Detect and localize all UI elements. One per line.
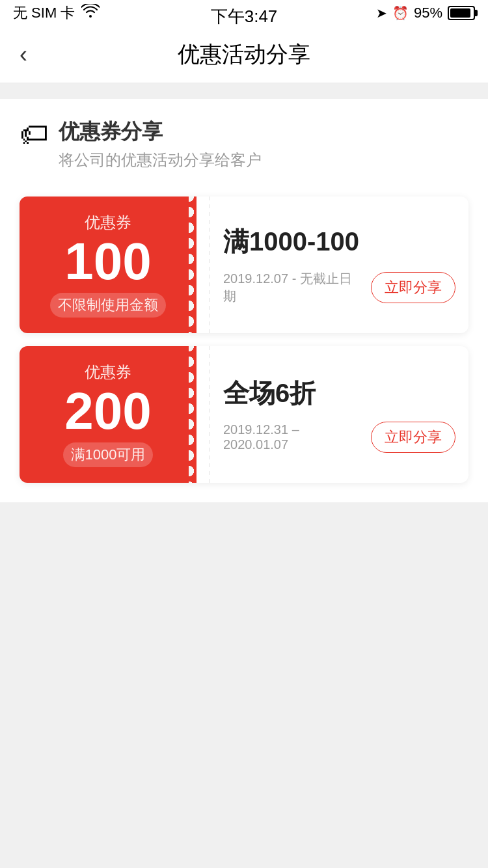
- bottom-fill: [0, 502, 488, 828]
- section-gap-top: [0, 83, 488, 99]
- battery-icon: [448, 6, 475, 20]
- wifi-icon: [81, 4, 100, 22]
- status-left: 无 SIM 卡: [13, 3, 100, 23]
- coupon-condition-2: 满1000可用: [63, 442, 154, 467]
- coupon-separator-2: [210, 346, 210, 483]
- page-title: 优惠活动分享: [178, 40, 310, 70]
- coupon-share-button-1[interactable]: 立即分享: [371, 272, 455, 303]
- coupon-date-2: 2019.12.31 – 2020.01.07: [223, 422, 364, 452]
- coupon-label-1: 优惠券: [85, 212, 131, 233]
- coupon-left-2: 优惠券 200 满1000可用: [20, 346, 197, 483]
- status-time: 下午3:47: [211, 5, 278, 28]
- alarm-icon: ⏰: [392, 5, 409, 21]
- section-subtitle: 将公司的优惠活动分享给客户: [59, 150, 262, 170]
- nav-bar: ‹ 优惠活动分享: [0, 26, 488, 83]
- section-header: 🏷 优惠券分享 将公司的优惠活动分享给客户: [0, 99, 488, 183]
- status-right: ➤ ⏰ 95%: [376, 5, 475, 21]
- coupon-card-2: 优惠券 200 满1000可用 全场6折 2019.12.31 – 2020.0…: [20, 346, 468, 483]
- coupon-meta-2: 2019.12.31 – 2020.01.07 立即分享: [223, 422, 455, 453]
- coupon-right-2: 全场6折 2019.12.31 – 2020.01.07 立即分享: [223, 346, 468, 483]
- coupon-name-1: 满1000-100: [223, 224, 455, 260]
- battery-percentage: 95%: [414, 5, 442, 21]
- coupon-name-2: 全场6折: [223, 375, 455, 411]
- section-text-block: 优惠券分享 将公司的优惠活动分享给客户: [59, 118, 262, 170]
- status-bar: 无 SIM 卡 下午3:47 ➤ ⏰ 95%: [0, 0, 488, 26]
- coupon-meta-1: 2019.12.07 - 无截止日期 立即分享: [223, 270, 455, 305]
- coupon-right-1: 满1000-100 2019.12.07 - 无截止日期 立即分享: [223, 197, 468, 333]
- coupon-card-1: 优惠券 100 不限制使用金额 满1000-100 2019.12.07 - 无…: [20, 197, 468, 333]
- coupons-container: 优惠券 100 不限制使用金额 满1000-100 2019.12.07 - 无…: [0, 183, 488, 502]
- coupon-left-1: 优惠券 100 不限制使用金额: [20, 197, 197, 333]
- carrier-label: 无 SIM 卡: [13, 3, 75, 23]
- back-button[interactable]: ‹: [20, 41, 27, 68]
- coupon-date-1: 2019.12.07 - 无截止日期: [223, 270, 364, 305]
- coupon-share-button-2[interactable]: 立即分享: [371, 422, 455, 453]
- coupon-amount-1: 100: [64, 236, 151, 288]
- location-icon: ➤: [376, 5, 387, 21]
- coupon-section-icon: 🏷: [20, 120, 48, 148]
- coupon-amount-2: 200: [64, 385, 151, 437]
- coupon-label-2: 优惠券: [85, 362, 131, 383]
- section-title: 优惠券分享: [59, 118, 262, 146]
- coupon-separator-1: [210, 197, 210, 333]
- coupon-condition-1: 不限制使用金额: [50, 293, 166, 318]
